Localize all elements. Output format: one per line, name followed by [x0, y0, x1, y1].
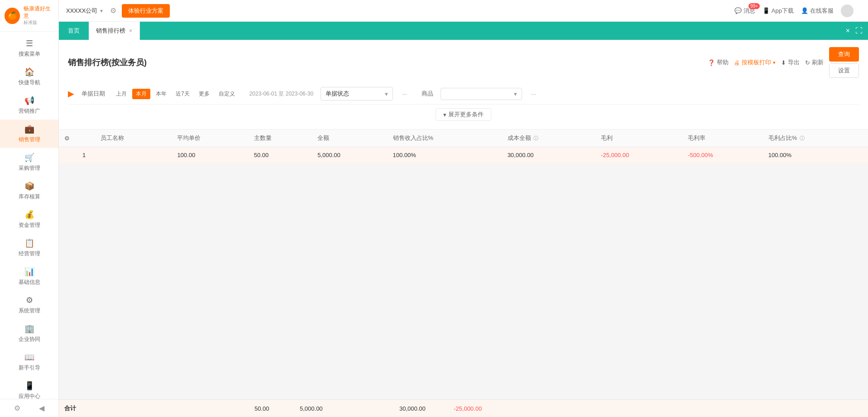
- goods-dropdown-icon: ▾: [514, 91, 517, 97]
- tab-minimize-icon[interactable]: ×: [846, 27, 850, 35]
- page-body: ⚙ 员工名称 平均单价 主数量 全额 销售收入占比% 成本全额 ⓘ: [59, 129, 868, 417]
- tab-maximize-icon[interactable]: ⛶: [855, 27, 863, 35]
- date-opt-0[interactable]: 上月: [112, 89, 130, 99]
- user-avatar: [841, 5, 854, 17]
- sidebar-item-marketing[interactable]: 📢 营销推广: [0, 91, 58, 120]
- refresh-label: 刷新: [812, 58, 824, 67]
- app-center-icon: 📱: [24, 381, 34, 391]
- topbar-settings-icon[interactable]: ⚙: [110, 6, 116, 15]
- sidebar-item-basic-info[interactable]: 📊 基础信息: [0, 262, 58, 291]
- footer-profit: -25,000.00: [454, 405, 499, 412]
- tab-right-actions: × ⛶: [840, 22, 868, 40]
- online-service-btn[interactable]: 👤 在线客服: [801, 7, 834, 15]
- goods-filter[interactable]: ▾: [441, 88, 522, 100]
- sidebar-item-system[interactable]: ⚙ 系统管理: [0, 291, 58, 319]
- sidebar-label-inventory: 库存核算: [19, 193, 40, 201]
- sidebar-item-guide[interactable]: 📖 新手引导: [0, 348, 58, 376]
- marketing-icon: 📢: [24, 96, 34, 105]
- date-opt-4[interactable]: 更多: [195, 89, 213, 99]
- service-label: 在线客服: [810, 7, 834, 15]
- sidebar-item-quick-nav[interactable]: 🏠 快捷导航: [0, 62, 58, 91]
- row-name: [95, 147, 172, 163]
- topbar-right: 💬 消息 99+ 📱 App下载 👤 在线客服: [734, 5, 861, 17]
- tabbar: 首页 销售排行榜 × × ⛶: [59, 22, 868, 40]
- company-selector[interactable]: XXXXX公司 ▾: [66, 7, 103, 15]
- filter-expand-arrow[interactable]: ▶: [68, 89, 74, 99]
- date-opt-3[interactable]: 近7天: [172, 89, 193, 99]
- search-order-icon: ☰: [26, 38, 33, 48]
- query-btn[interactable]: 查询: [829, 47, 859, 62]
- col-amount: 全额: [312, 129, 387, 147]
- col-cost: 成本全额 ⓘ: [502, 129, 595, 147]
- goods-more-icon[interactable]: ···: [531, 91, 536, 97]
- logo-sub: 标准版: [24, 19, 54, 26]
- footer-amount: 5,000.00: [300, 405, 345, 412]
- sidebar-item-app-center[interactable]: 📱 应用中心: [0, 376, 58, 399]
- sidebar-label-finance: 资金管理: [19, 221, 40, 229]
- table-settings-icon: ⚙: [64, 135, 70, 142]
- message-icon: 💬: [734, 7, 742, 14]
- settings-btn[interactable]: 设置: [829, 63, 859, 78]
- sidebar-item-purchase[interactable]: 🛒 采购管理: [0, 148, 58, 177]
- profit-pct-info-icon[interactable]: ⓘ: [800, 135, 805, 141]
- sidebar: 🍊 畅康通好生意 标准版 ☰ 搜索菜单 🏠 快捷导航 📢 营销推广 💼 销售管理…: [0, 0, 59, 417]
- expand-down-icon: ▾: [443, 111, 446, 118]
- col-profit-rate: 毛利率: [682, 129, 763, 147]
- refresh-icon: ↻: [805, 59, 810, 66]
- print-btn[interactable]: 🖨 按模板打印 ▾: [734, 58, 776, 67]
- sidebar-label-marketing: 营销推广: [19, 107, 40, 115]
- row-profit-rate: -500.00%: [682, 147, 763, 163]
- tab-sales-ranking[interactable]: 销售排行榜 ×: [89, 22, 140, 40]
- topbar: XXXXX公司 ▾ ⚙ 体验行业方案 💬 消息 99+ 📱 App下载 👤 在线…: [59, 0, 868, 22]
- tab-sales-ranking-label: 销售排行榜: [96, 27, 125, 35]
- col-profit-pct: 毛利占比% ⓘ: [763, 129, 868, 147]
- message-btn[interactable]: 💬 消息 99+: [734, 7, 755, 15]
- sidebar-collapse-icon[interactable]: ◀: [39, 404, 44, 412]
- sidebar-label-sales: 销售管理: [19, 136, 40, 144]
- logo-text: 畅康通好生意: [24, 5, 54, 19]
- logo-icon: 🍊: [5, 8, 20, 24]
- tab-close-icon[interactable]: ×: [129, 28, 132, 34]
- quick-nav-icon: 🏠: [24, 67, 34, 77]
- table-footer: 合计 50.00 5,000.00 30,000.00 -25,000.00: [59, 399, 868, 417]
- sidebar-item-inventory[interactable]: 📦 库存核算: [0, 177, 58, 205]
- sidebar-item-search-order[interactable]: ☰ 搜索菜单: [0, 34, 58, 62]
- sidebar-item-operations[interactable]: 📋 经营管理: [0, 234, 58, 262]
- purchase-icon: 🛒: [24, 153, 34, 163]
- finance-icon: 💰: [24, 210, 34, 220]
- company-name: XXXXX公司: [66, 7, 97, 15]
- footer-cost: 30,000.00: [399, 405, 454, 412]
- sidebar-item-cooperation[interactable]: 🏢 企业协同: [0, 319, 58, 348]
- filter-row: ▶ 单据日期 上月本月本年近7天更多自定义 2023-06-01 至 2023-…: [68, 83, 859, 104]
- export-btn[interactable]: ⬇ 导出: [781, 58, 800, 67]
- sidebar-label-guide: 新手引导: [19, 364, 40, 372]
- app-download-btn[interactable]: 📱 App下载: [762, 7, 794, 15]
- date-opt-1[interactable]: 本月: [132, 89, 150, 99]
- help-btn[interactable]: ❓ 帮助: [708, 58, 729, 67]
- expand-conditions-btn[interactable]: ▾ 展开更多条件: [436, 108, 491, 121]
- sidebar-label-operations: 经营管理: [19, 250, 40, 258]
- date-range-display: 2023-06-01 至 2023-06-30: [249, 90, 313, 98]
- sidebar-settings-icon[interactable]: ⚙: [14, 404, 20, 412]
- tab-home[interactable]: 首页: [59, 22, 89, 40]
- status-dropdown-icon: ▾: [385, 91, 388, 97]
- sidebar-item-finance[interactable]: 💰 资金管理: [0, 205, 58, 234]
- row-rank: 1: [77, 147, 95, 163]
- status-filter[interactable]: 单据状态 ▾: [321, 87, 393, 101]
- cost-info-icon[interactable]: ⓘ: [533, 135, 538, 141]
- row-profit-pct: 100.00%: [763, 147, 868, 163]
- date-opt-5[interactable]: 自定义: [215, 89, 239, 99]
- col-rank: [77, 129, 95, 147]
- sidebar-label-purchase: 采购管理: [19, 164, 40, 172]
- filter-more-icon[interactable]: ···: [402, 91, 407, 97]
- col-avg-price: 平均单价: [172, 129, 248, 147]
- col-settings[interactable]: ⚙: [59, 129, 77, 147]
- trial-btn[interactable]: 体验行业方案: [122, 4, 170, 18]
- row-avg-price: 100.00: [172, 147, 248, 163]
- date-opt-2[interactable]: 本年: [152, 89, 170, 99]
- status-filter-label: 单据状态: [326, 90, 349, 98]
- refresh-btn[interactable]: ↻ 刷新: [805, 58, 824, 67]
- sidebar-item-sales[interactable]: 💼 销售管理: [0, 120, 58, 148]
- print-dropdown-icon: ▾: [773, 60, 776, 66]
- row-cost: 30,000.00: [502, 147, 595, 163]
